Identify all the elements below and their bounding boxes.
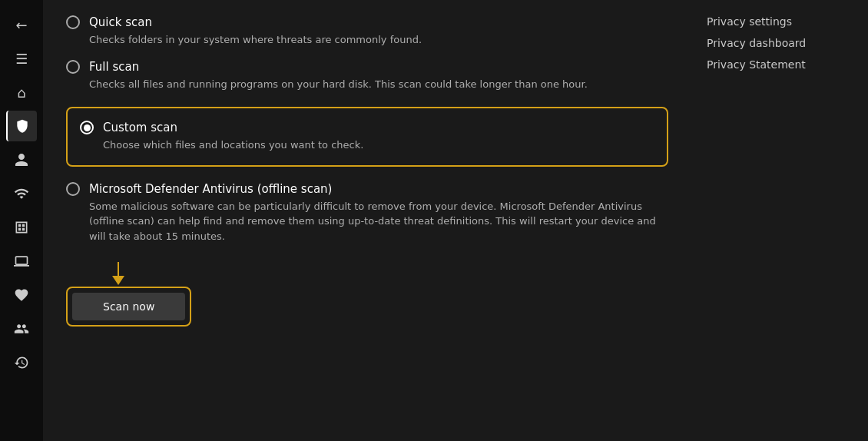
full-scan-desc: Checks all files and running programs on… — [89, 77, 668, 92]
scan-now-button[interactable]: Scan now — [72, 293, 185, 320]
history-icon[interactable] — [6, 347, 37, 378]
privacy-settings-link[interactable]: Privacy settings — [707, 15, 853, 28]
offline-scan-radio[interactable] — [66, 182, 80, 196]
full-scan-radio[interactable] — [66, 60, 80, 74]
custom-scan-title: Custom scan — [103, 121, 177, 134]
custom-scan-highlighted-box: Custom scan Choose which files and locat… — [66, 107, 668, 167]
wifi-icon[interactable] — [6, 178, 37, 209]
family-icon[interactable] — [6, 313, 37, 344]
main-content: Quick scan Checks folders in your system… — [43, 0, 868, 441]
quick-scan-option: Quick scan Checks folders in your system… — [66, 15, 668, 48]
custom-scan-radio[interactable] — [80, 121, 94, 134]
offline-scan-desc: Some malicious software can be particula… — [89, 199, 668, 244]
full-scan-option: Full scan Checks all files and running p… — [66, 60, 668, 92]
content-area: Quick scan Checks folders in your system… — [43, 0, 699, 441]
quick-scan-title: Quick scan — [89, 15, 152, 29]
offline-scan-option: Microsoft Defender Antivirus (offline sc… — [66, 182, 668, 244]
offline-scan-title: Microsoft Defender Antivirus (offline sc… — [89, 182, 332, 196]
shield-icon[interactable] — [6, 111, 37, 141]
home-icon[interactable]: ⌂ — [6, 77, 37, 108]
scan-now-highlight-box: Scan now — [66, 287, 191, 327]
full-scan-title: Full scan — [89, 60, 139, 74]
custom-scan-option: Custom scan Choose which files and locat… — [80, 121, 654, 153]
person-icon[interactable] — [6, 144, 37, 175]
quick-scan-desc: Checks folders in your system where thre… — [89, 32, 668, 48]
privacy-statement-link[interactable]: Privacy Statement — [707, 58, 853, 71]
scan-options-list: Quick scan Checks folders in your system… — [66, 15, 668, 327]
right-panel: Privacy settings Privacy dashboard Priva… — [699, 0, 868, 441]
menu-icon[interactable]: ☰ — [6, 43, 37, 74]
privacy-dashboard-link[interactable]: Privacy dashboard — [707, 37, 853, 49]
sidebar: ← ☰ ⌂ — [0, 0, 43, 441]
right-panel-links: Privacy settings Privacy dashboard Priva… — [707, 15, 853, 71]
health-icon[interactable] — [6, 280, 37, 310]
device-icon[interactable] — [6, 246, 37, 277]
quick-scan-radio[interactable] — [66, 15, 80, 29]
window-icon[interactable] — [6, 212, 37, 243]
custom-scan-desc: Choose which files and locations you wan… — [103, 138, 654, 153]
back-icon[interactable]: ← — [6, 9, 37, 40]
